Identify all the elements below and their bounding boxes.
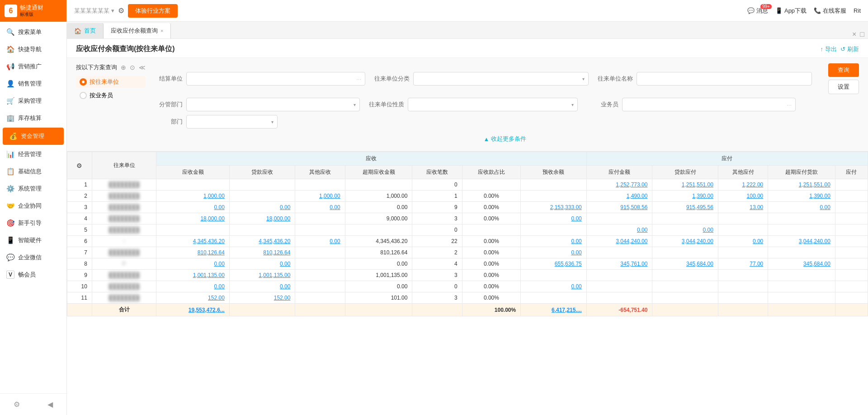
- total-row: 合计 19,553,472,6... 100.00% 6,417,215....…: [67, 304, 868, 316]
- user-info[interactable]: Rit: [854, 7, 861, 14]
- filter-fields: 结算单位 ··· 往来单位分类 ▾ 往来单位名称: [151, 63, 859, 146]
- table-row: 1████████01,252,773.001,251,551.001,222.…: [67, 179, 868, 191]
- filter-row-1: 结算单位 ··· 往来单位分类 ▾ 往来单位名称: [151, 63, 859, 94]
- sidebar-collapse-btn[interactable]: ◀: [45, 397, 56, 411]
- table-row: 6↑4,345,436.204,345,436.200.004,345,436.…: [67, 236, 868, 247]
- refresh-icon: ↺: [840, 46, 845, 52]
- table-row: 3████████0.000.000.000.0090.00%2,153,333…: [67, 202, 868, 213]
- filter-scheme: 按以下方案查询 ⊕ ⊙ ≪ 按往来单位: [76, 63, 146, 101]
- col-ar-loan: 贷款应收: [229, 166, 295, 179]
- table-container: ⚙ 往来单位 应收 应付 应收金额 贷款应收 其他应收 超期应收金额 应收笔数 …: [67, 152, 868, 415]
- col-ap-loan: 贷款应付: [652, 166, 718, 179]
- dots-icon: ···: [356, 76, 361, 82]
- search-icon: 🔍: [6, 28, 14, 36]
- sidebar-item-system[interactable]: ⚙️ 系统管理: [0, 180, 66, 197]
- total-ar-amount[interactable]: 19,553,472,6...: [156, 304, 230, 316]
- sidebar-item-wechat[interactable]: 💬 企业微信: [0, 249, 66, 266]
- sidebar-item-sales[interactable]: 👤 销售管理: [0, 75, 66, 92]
- field-dept: 分管部门 ▾: [151, 98, 360, 111]
- total-ap-amount: -654,751.40: [586, 304, 652, 316]
- tab-query[interactable]: 应收应付余额查询 ×: [104, 23, 171, 38]
- setting-button[interactable]: 设置: [828, 80, 859, 94]
- unit-cell: ████████: [92, 179, 156, 191]
- tab-close-icon[interactable]: ×: [160, 28, 163, 33]
- sidebar-item-quick[interactable]: 🏠 快捷导航: [0, 41, 66, 58]
- system-icon: ⚙️: [6, 185, 14, 193]
- unit-cell: ████████: [92, 224, 156, 236]
- dropdown-arrow-icon: ▾: [354, 102, 356, 107]
- unit-name-input[interactable]: [637, 72, 812, 86]
- sidebar-item-purchase[interactable]: 🛒 采购管理: [0, 92, 66, 110]
- query-button[interactable]: 查询: [828, 63, 859, 77]
- col-ap-extra: 应付: [835, 166, 868, 179]
- col-group-ar: 应收: [156, 152, 587, 166]
- table-gear-icon[interactable]: ⚙: [76, 162, 82, 169]
- export-btn[interactable]: ↑ 导出: [821, 45, 837, 53]
- app-download-btn[interactable]: 📱 App下载: [775, 7, 807, 15]
- dropdown-arrow-icon: ▾: [582, 76, 585, 81]
- chevron-down-icon[interactable]: ▾: [111, 7, 114, 14]
- sidebar-item-member[interactable]: V 畅会员: [0, 266, 66, 283]
- online-service-btn[interactable]: 📞 在线客服: [814, 7, 846, 15]
- inventory-icon: 🏢: [6, 114, 14, 122]
- col-unit: 往来单位: [92, 152, 156, 179]
- unit-cell: ████████: [92, 213, 156, 224]
- action-buttons: 查询 设置: [828, 63, 859, 94]
- marketing-icon: 📢: [6, 62, 14, 71]
- field-unit-nature: 往来单位性质 ▾: [369, 98, 578, 111]
- topbar: 某某某某某某 ▾ ⚙ 体验行业方案 💬 消息 99+ 📱 App下载 📞 在线客…: [67, 0, 868, 22]
- refresh-btn[interactable]: ↺ 刷新: [840, 45, 859, 53]
- col-ar-prepay: 预收余额: [521, 166, 587, 179]
- department-input[interactable]: ▾: [186, 115, 278, 129]
- dept-input[interactable]: ▾: [186, 98, 360, 111]
- tab-home[interactable]: 🏠 首页: [67, 23, 104, 38]
- topbar-gear-icon[interactable]: ⚙: [118, 6, 124, 15]
- table-row: 4████████18,000.0018,000.009,000.0030.00…: [67, 213, 868, 224]
- service-icon: 📞: [814, 7, 821, 14]
- sidebar-item-guide[interactable]: 🎯 新手引导: [0, 215, 66, 232]
- table-row: 11████████152.00152.00101.0030.00%: [67, 292, 868, 304]
- unit-nature-input[interactable]: ▾: [408, 98, 578, 111]
- filter-options: 按往来单位 按业务员: [76, 76, 146, 101]
- export-icon: ↑: [821, 46, 824, 52]
- sidebar-menu: 🔍 搜索菜单 🏠 快捷导航 📢 营销推广 👤 销售管理 🛒 采购管理 🏢 库存核…: [0, 22, 66, 393]
- radio-unselected-icon: [80, 92, 87, 99]
- sidebar-settings-btn[interactable]: ⚙: [11, 397, 23, 411]
- collapse-filter-btn[interactable]: ≪: [139, 64, 146, 71]
- logo-icon: 6: [5, 5, 17, 17]
- unit-category-input[interactable]: ▾: [413, 72, 589, 86]
- sidebar-item-corp[interactable]: 🤝 企业协同: [0, 197, 66, 215]
- dropdown-arrow-icon: ▾: [571, 102, 574, 107]
- window-close-btn[interactable]: ×: [852, 30, 856, 38]
- sidebar-item-operation[interactable]: 📊 经营管理: [0, 146, 66, 163]
- filter-option-staff[interactable]: 按业务员: [76, 90, 146, 101]
- sidebar-item-marketing[interactable]: 📢 营销推广: [0, 58, 66, 75]
- industry-solution-btn[interactable]: 体验行业方案: [128, 4, 178, 18]
- filter-option-unit[interactable]: 按往来单位: [76, 76, 146, 88]
- sidebar-item-inventory[interactable]: 🏢 库存核算: [0, 110, 66, 127]
- member-icon: V: [6, 271, 14, 279]
- field-unit-category: 往来单位分类 ▾: [374, 72, 589, 86]
- add-filter-btn[interactable]: ⊕: [121, 64, 126, 71]
- collapse-more-btn[interactable]: ▲ 收起更多条件: [151, 132, 859, 146]
- settlement-unit-input[interactable]: ···: [186, 72, 365, 86]
- staff-input[interactable]: ···: [622, 98, 796, 111]
- sidebar-item-finance[interactable]: 💰 资金管理: [3, 128, 64, 145]
- data-table: ⚙ 往来单位 应收 应付 应收金额 贷款应收 其他应收 超期应收金额 应收笔数 …: [67, 152, 868, 316]
- main-area: 某某某某某某 ▾ ⚙ 体验行业方案 💬 消息 99+ 📱 App下载 📞 在线客…: [67, 0, 868, 415]
- col-ar-ratio: 应收款占比: [462, 166, 520, 179]
- total-ar-prepay[interactable]: 6,417,215....: [521, 304, 587, 316]
- filter-header: 按以下方案查询 ⊕ ⊙ ≪: [76, 63, 146, 72]
- sidebar-item-basic[interactable]: 📋 基础信息: [0, 163, 66, 180]
- col-ap-amount: 应付金额: [586, 166, 652, 179]
- sidebar-item-search[interactable]: 🔍 搜索菜单: [0, 24, 66, 41]
- field-unit-name: 往来单位名称: [598, 72, 812, 86]
- message-btn[interactable]: 💬 消息 99+: [747, 7, 768, 15]
- window-maximize-btn[interactable]: □: [860, 30, 864, 38]
- total-label: 合计: [92, 304, 156, 316]
- purchase-icon: 🛒: [6, 97, 14, 105]
- page-actions: ↑ 导出 ↺ 刷新: [821, 45, 859, 53]
- sidebar-item-smart[interactable]: 📱 智能硬件: [0, 232, 66, 249]
- operation-icon: 📊: [6, 150, 14, 158]
- edit-filter-btn[interactable]: ⊙: [130, 64, 135, 71]
